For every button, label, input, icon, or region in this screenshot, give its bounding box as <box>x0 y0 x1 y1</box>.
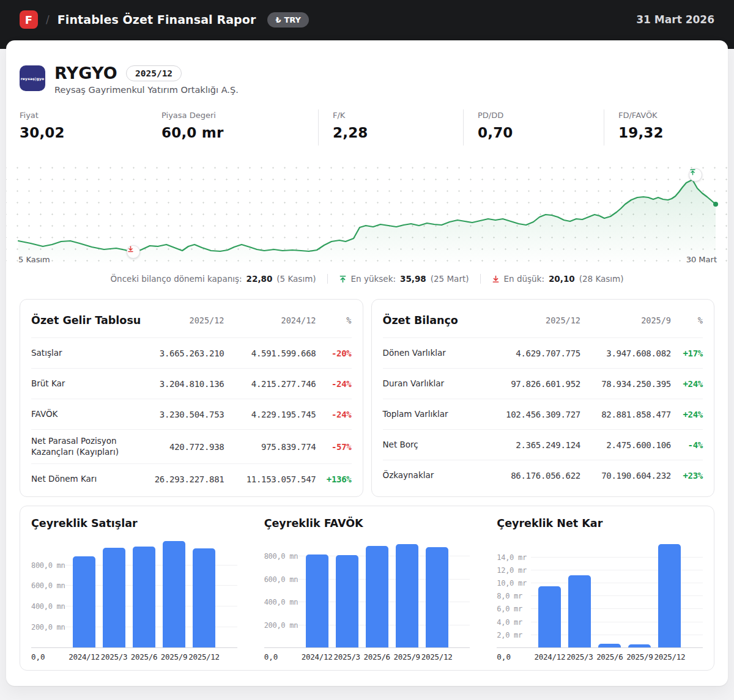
prev-close-summary: Önceki bilanço dönemi kapanış: 22,80 (5 … <box>110 274 316 284</box>
change-percent: +17% <box>671 348 703 358</box>
table-row: Duran Varlıklar97.826.601.95278.934.250.… <box>383 368 703 399</box>
stat-value: 2,28 <box>333 125 463 141</box>
report-date: 31 Mart 2026 <box>636 13 714 26</box>
high-date: (25 Mart) <box>431 274 469 284</box>
chart-plot-area: 200,0 mn400,0 mn600,0 mn800,0 mn <box>31 540 237 648</box>
x-axis-tick-label: 2025/12 <box>421 652 453 661</box>
row-label: Net Parasal Pozisyon Kazançları (Kayıpla… <box>31 436 144 457</box>
table-title: Özet Bilanço <box>383 314 495 326</box>
column-header: 2025/9 <box>580 315 671 325</box>
company-logo: reysaş|gyo <box>20 65 45 91</box>
x-axis-tick-label: 2025/3 <box>101 652 127 661</box>
y-axis-zero-label: 0,0 <box>264 652 278 661</box>
currency-badge[interactable]: ₺ TRY <box>267 12 309 28</box>
stat-label: FD/FAVÖK <box>618 111 714 120</box>
x-axis-tick-label: 2025/9 <box>393 652 420 661</box>
arrow-down-to-bar-icon <box>127 246 134 252</box>
change-percent: +24% <box>671 410 703 419</box>
previous-period-value: 3.947.608.082 <box>580 348 671 358</box>
column-header: 2024/12 <box>224 315 316 325</box>
y-axis-tick-label: 6,0 mr <box>497 605 522 613</box>
summary-divider <box>480 274 481 284</box>
previous-period-value: 78.934.250.395 <box>580 379 671 389</box>
table-row: Net Borç2.365.249.1242.475.600.106-4% <box>383 429 703 460</box>
company-name: Reysaş Gayrimenkul Yatırım Ortaklığı A.Ş… <box>54 85 239 95</box>
change-percent: +136% <box>316 474 352 484</box>
change-percent: -20% <box>316 348 352 358</box>
x-axis-tick-label: 2025/9 <box>626 652 653 661</box>
previous-period-value: 82.881.858.477 <box>580 410 671 419</box>
column-header: % <box>316 315 352 325</box>
current-period-value: 86.176.056.622 <box>495 471 580 481</box>
current-period-value: 102.456.309.727 <box>495 410 580 419</box>
current-period-value: 4.629.707.775 <box>495 348 580 358</box>
stat-fdfavok: FD/FAVÖK 19,32 <box>604 109 714 146</box>
change-percent: +23% <box>671 471 703 481</box>
previous-period-value: 70.190.604.232 <box>580 471 671 481</box>
y-axis-tick-label: 14,0 mr <box>497 553 526 562</box>
y-axis-tick-label: 2,0 mr <box>497 631 522 639</box>
y-axis-tick-label: 800,0 mn <box>31 561 65 570</box>
quarterly-chart-favok: Çeyreklik FAVÖK200,0 mn400,0 mn600,0 mn8… <box>264 517 470 664</box>
low-date: (28 Kasım) <box>579 274 624 284</box>
current-period-value: 420.772.938 <box>144 442 224 452</box>
bar-2024/12 <box>538 586 561 647</box>
chart-end-date: 30 Mart <box>686 255 717 264</box>
row-label: Net Borç <box>383 440 495 451</box>
y-axis-tick-label: 600,0 mn <box>31 581 65 590</box>
previous-period-value: 2.475.600.106 <box>580 440 671 450</box>
y-axis-zero-label: 0,0 <box>31 652 45 661</box>
table-row: FAVÖK3.230.504.7534.229.195.745-24% <box>31 399 352 429</box>
previous-period-value: 4.591.599.668 <box>224 348 316 358</box>
lira-icon: ₺ <box>275 15 281 24</box>
stat-value: 19,32 <box>618 125 714 141</box>
stat-pddd: PD/DD 0,70 <box>463 109 604 146</box>
price-summary-row: Önceki bilanço dönemi kapanış: 22,80 (5 … <box>6 272 728 286</box>
y-axis-tick-label: 400,0 mn <box>31 602 65 611</box>
row-label: Özkaynaklar <box>383 470 495 481</box>
income-statement-table: Özet Gelir Tablosu 2025/12 2024/12 % Sat… <box>20 299 363 497</box>
x-axis-labels: 0,02024/122025/32025/62025/92025/12 <box>264 648 470 664</box>
column-header: % <box>671 315 703 325</box>
quarterly-chart-satislar: Çeyreklik Satışlar200,0 mn400,0 mn600,0 … <box>31 517 237 664</box>
x-axis-tick-label: 2025/12 <box>654 652 686 661</box>
x-axis-tick-label: 2024/12 <box>69 652 100 661</box>
arrow-down-to-bar-icon <box>492 275 500 283</box>
stat-piyasa-degeri: Piyasa Degeri 60,0 mr <box>161 109 318 146</box>
x-axis-tick-label: 2025/9 <box>161 652 187 661</box>
last-price-dot <box>713 202 718 207</box>
current-period-value: 2.365.249.124 <box>495 440 580 450</box>
high-point-marker <box>689 168 702 182</box>
key-stats-row: Fiyat 30,02 Piyasa Degeri 60,0 mr F/K 2,… <box>6 95 728 146</box>
y-axis-tick-label: 10,0 mr <box>497 579 526 588</box>
stat-fk: F/K 2,28 <box>318 109 463 146</box>
bar-2025/9 <box>396 544 418 647</box>
table-row: Brüt Kar3.204.810.1364.215.277.746-24% <box>31 368 352 399</box>
bar-2024/12 <box>306 554 328 647</box>
row-label: Brüt Kar <box>31 378 144 389</box>
bar-2025/12 <box>193 548 215 647</box>
current-period-value: 26.293.227.881 <box>144 474 224 484</box>
row-label: Dönen Varlıklar <box>383 348 495 359</box>
summary-divider <box>327 274 328 284</box>
stat-label: Fiyat <box>20 111 161 120</box>
change-percent: -24% <box>316 410 352 419</box>
x-axis-tick-label: 2025/6 <box>596 652 623 661</box>
bar-2025/12 <box>658 544 681 647</box>
change-percent: -4% <box>671 440 703 450</box>
fintables-logo[interactable]: F <box>20 10 38 29</box>
bar-2025/6 <box>598 644 621 647</box>
chart-plot-area: 2,0 mr4,0 mr6,0 mr8,0 mr10,0 mr12,0 mr14… <box>497 540 703 648</box>
current-period-value: 3.230.504.753 <box>144 410 224 419</box>
bar-2025/6 <box>133 547 155 647</box>
arrow-up-to-bar-icon <box>339 275 347 283</box>
period-badge[interactable]: 2025/12 <box>126 65 182 81</box>
chart-title: Çeyreklik Net Kar <box>497 517 703 529</box>
stat-label: PD/DD <box>478 111 604 120</box>
y-axis-tick-label: 200,0 mn <box>264 621 298 630</box>
arrow-up-to-bar-icon <box>689 169 696 175</box>
currency-label: TRY <box>284 15 301 24</box>
table-header: Özet Gelir Tablosu 2025/12 2024/12 % <box>31 303 352 337</box>
bar-2025/12 <box>426 547 448 647</box>
table-row: Net Dönem Karı26.293.227.88111.153.057.5… <box>31 463 352 494</box>
